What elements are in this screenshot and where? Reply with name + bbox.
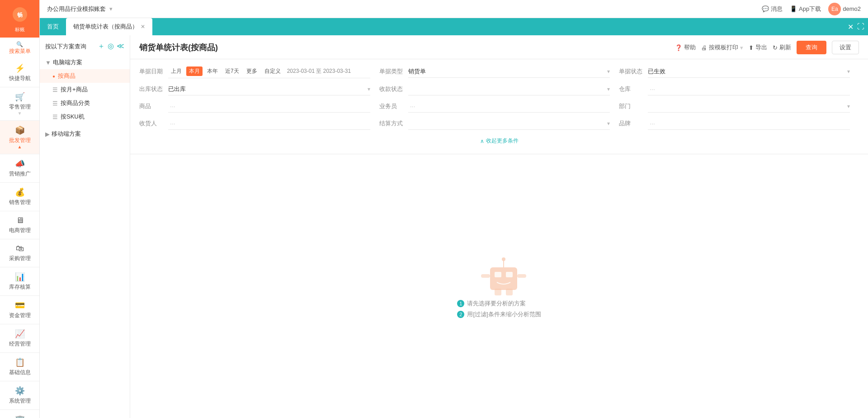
- collapse-filter-icon[interactable]: ≪: [117, 42, 124, 51]
- warehouse-value[interactable]: ···: [648, 83, 850, 95]
- sidebar-item-marketing[interactable]: 📣 营销推广: [0, 154, 39, 183]
- tab-report[interactable]: 销货单统计表（按商品） ✕: [66, 18, 152, 35]
- brand-dots: ···: [650, 120, 655, 127]
- sidebar-item-inventory[interactable]: 📊 库存核算: [0, 267, 39, 296]
- wholesale-label: 批发管理: [9, 137, 31, 144]
- message-button[interactable]: 💬 消息: [762, 5, 783, 13]
- department-dropdown-icon: ▾: [847, 103, 850, 109]
- tip-num-1: 1: [457, 300, 464, 307]
- warehouse-dots: ···: [650, 86, 655, 93]
- sidebar-item-ecommerce[interactable]: 🖥 电商管理: [0, 211, 39, 239]
- field-recipient: 收货人 ···: [139, 117, 379, 130]
- empty-illustration: [476, 252, 522, 292]
- sidebar-item-finance[interactable]: 💳 资金管理: [0, 296, 39, 324]
- sidebar-item-enterprise[interactable]: 🏢 企业协同: [0, 410, 39, 418]
- recipient-dots: ···: [170, 120, 175, 127]
- avatar: Ea: [828, 3, 841, 15]
- filter-by-category[interactable]: ☰ 按商品分类: [40, 96, 130, 110]
- svg-rect-8: [506, 289, 513, 295]
- field-bill-date: 单据日期 上月 本月 本年 近7天 更多 自定义 2023-03-01 至 20…: [139, 65, 379, 78]
- filter-row-3: 商品 ··· 业务员 ··· 部门: [139, 100, 859, 113]
- product-value[interactable]: ···: [168, 100, 370, 113]
- date-tab-this-month[interactable]: 本月: [186, 66, 203, 76]
- filter-by-month-product[interactable]: ☰ 按月+商品: [40, 83, 130, 96]
- sidebar-item-system[interactable]: ⚙️ 系统管理: [0, 381, 39, 410]
- filter-by-product[interactable]: ● 按商品: [40, 69, 130, 83]
- refresh-button[interactable]: ↻ 刷新: [773, 43, 791, 52]
- svg-rect-5: [481, 274, 490, 278]
- export-button[interactable]: ⬆ 导出: [749, 43, 767, 52]
- department-value[interactable]: ▾: [648, 100, 850, 113]
- topbar-right: 💬 消息 📱 App下载 Ea demo2: [762, 3, 861, 15]
- tip-num-2: 2: [457, 311, 464, 318]
- payment-status-value[interactable]: ▾: [408, 83, 610, 95]
- retail-label: 零售管理: [9, 103, 31, 111]
- sidebar-item-retail[interactable]: 🛒 零售管理 ▼: [0, 87, 39, 121]
- date-tab-more[interactable]: 更多: [244, 66, 260, 76]
- setting-button[interactable]: 设置: [832, 41, 859, 54]
- svg-rect-7: [495, 289, 501, 295]
- industry-name: 办公用品行业模拟账套: [47, 5, 106, 13]
- settlement-dropdown-icon: ▾: [607, 120, 610, 127]
- salesperson-value[interactable]: ···: [408, 100, 610, 113]
- dropdown-arrow-industry[interactable]: ▾: [109, 5, 113, 12]
- field-stock-status: 出库状态 已出库 ▾: [139, 83, 379, 95]
- help-button[interactable]: ❓ 帮助: [675, 43, 696, 52]
- brand-value[interactable]: ···: [648, 117, 850, 130]
- date-tab-last-month[interactable]: 上月: [168, 66, 184, 76]
- sidebar-item-wholesale[interactable]: 📦 批发管理 ▲: [0, 121, 39, 154]
- recipient-value[interactable]: ···: [168, 117, 370, 130]
- product-label: 商品: [139, 102, 165, 110]
- help-icon: ❓: [675, 44, 682, 51]
- retail-icon: 🛒: [15, 92, 25, 102]
- settings-filter-icon[interactable]: ◎: [108, 42, 114, 51]
- filter-by-sku[interactable]: ☰ 按SKU机: [40, 110, 130, 124]
- stock-status-value[interactable]: 已出库 ▾: [168, 83, 370, 95]
- user-profile[interactable]: Ea demo2: [828, 3, 861, 15]
- brand-label: 品牌: [619, 119, 644, 128]
- mobile-parent[interactable]: ▶ 移动端方案: [40, 127, 130, 141]
- sidebar-item-basic[interactable]: 📋 基础信息: [0, 353, 39, 381]
- sidebar-item-operation[interactable]: 📈 经营管理: [0, 324, 39, 353]
- app-download-button[interactable]: 📱 App下载: [790, 5, 821, 13]
- payment-status-dropdown-icon: ▾: [607, 86, 610, 92]
- query-button[interactable]: 查询: [797, 41, 826, 54]
- tab-home[interactable]: 首页: [40, 18, 66, 35]
- app-download-label: App下载: [799, 5, 821, 13]
- avatar-initials: Ea: [831, 6, 838, 12]
- empty-tips: 1 请先选择要分析的方案 2 用[过滤]条件来缩小分析范围: [457, 299, 541, 321]
- message-label: 消息: [771, 5, 783, 13]
- sales-icon: 💰: [15, 187, 25, 197]
- date-range-value: 2023-03-01 至 2023-03-31: [287, 67, 351, 75]
- system-label: 系统管理: [9, 397, 31, 405]
- desktop-parent[interactable]: ▼ 电脑端方案: [40, 56, 130, 69]
- by-month-product-label: 按月+商品: [61, 86, 88, 94]
- sidebar-item-sales[interactable]: 💰 销售管理: [0, 183, 39, 211]
- finance-label: 资金管理: [9, 312, 31, 319]
- bill-type-value[interactable]: 销货单 ▾: [408, 65, 610, 78]
- wholesale-icon: 📦: [15, 125, 25, 135]
- collapse-bar[interactable]: ∧ 收起更多条件: [139, 134, 859, 148]
- chevron-up-icon: ∧: [480, 138, 484, 144]
- product-dots: ···: [170, 103, 175, 110]
- filter-actions: ＋ ◎ ≪: [98, 42, 124, 51]
- sidebar-item-purchase[interactable]: 🛍 采购管理: [0, 239, 39, 267]
- date-tab-custom[interactable]: 自定义: [262, 66, 283, 76]
- logo-text: 标账: [15, 26, 25, 33]
- bill-status-value[interactable]: 已生效 ▾: [648, 65, 850, 78]
- tab-maximize-icon[interactable]: ⛶: [857, 23, 864, 31]
- sidebar-search[interactable]: 🔍 搜索菜单: [9, 38, 31, 59]
- settlement-value[interactable]: ▾: [408, 117, 610, 130]
- tab-minimize-icon[interactable]: ✕: [848, 23, 854, 31]
- add-filter-icon[interactable]: ＋: [98, 42, 105, 51]
- date-tab-7days[interactable]: 近7天: [222, 66, 242, 76]
- basic-label: 基础信息: [9, 369, 31, 376]
- filter-row-4: 收货人 ··· 结算方式 ▾ 品牌: [139, 117, 859, 130]
- date-tab-this-year[interactable]: 本年: [204, 66, 221, 76]
- print-dropdown-icon[interactable]: ▾: [740, 44, 743, 51]
- print-button[interactable]: 🖨 按模板打印 ▾: [701, 43, 743, 52]
- sidebar-item-quick-nav[interactable]: ⚡ 快捷导航: [0, 59, 39, 87]
- tab-close-icon[interactable]: ✕: [141, 24, 145, 30]
- empty-tip-1: 1 请先选择要分析的方案: [457, 299, 541, 308]
- page-header: 销货单统计表(按商品) ❓ 帮助 🖨 按模板打印 ▾ ⬆: [130, 35, 868, 59]
